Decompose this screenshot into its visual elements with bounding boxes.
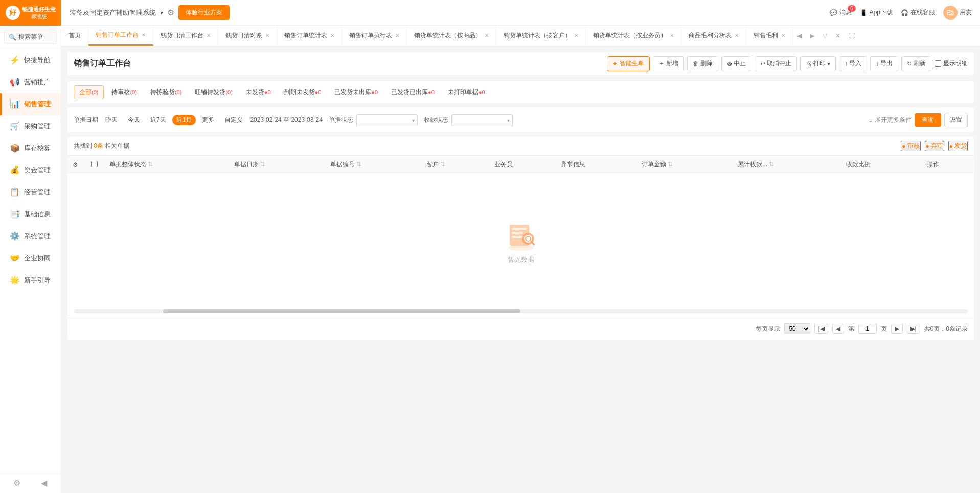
date-custom[interactable]: 自定义 [220,115,247,125]
filter-tab-list: 全部(0) 待审核(0) 待拣验货(0) 旺铺待发货(0) 未发货●0 到期未发… [74,85,968,99]
sidebar-item-finance[interactable]: 💰 资金管理 [0,159,61,181]
online-service-button[interactable]: 🎧 在线客服 [901,8,935,17]
status-select-wrapper [356,114,418,126]
sidebar-item-basic-info[interactable]: 📑 基础信息 [0,203,61,225]
tab-close-sales-order[interactable]: ✕ [142,32,146,38]
tab-close-by-customer[interactable]: ✕ [574,33,578,38]
filter-tab-wangpu-ship[interactable]: 旺铺待发货(0) [189,85,238,99]
tab-sales-exec[interactable]: 销售订单执行表 ✕ [342,26,407,45]
first-page-button[interactable]: |◀ [814,324,828,334]
filter-tab-all[interactable]: 全部(0) [74,85,104,99]
tab-margin-analysis[interactable]: 商品毛利分析表 ✕ [681,26,746,45]
tab-sales-by-customer[interactable]: 销货单统计表（按客户） ✕ [496,26,586,45]
refresh-button[interactable]: ↻ 刷新 [901,56,931,71]
ship-button[interactable]: ● 发货 [948,141,968,151]
tab-list-btn[interactable]: ▽ [818,28,831,43]
status-select[interactable] [356,114,418,126]
filter-tab-pending-inspect[interactable]: 待拣验货(0) [145,85,187,99]
filter-tab-shipped-out[interactable]: 已发货已出库●0 [385,85,440,99]
filter-tab-not-shipped[interactable]: 未发货●0 [240,85,277,99]
export-button[interactable]: ↓ 导出 [870,56,898,71]
show-detail-checkbox[interactable]: 显示明细 [935,59,968,68]
app-download-button[interactable]: 📱 App下载 [860,8,893,17]
ai-generate-button[interactable]: ✦ 智能生单 [607,56,650,71]
next-page-button[interactable]: ▶ [891,324,903,334]
tab-maximize-btn[interactable]: ⛶ [845,28,859,43]
show-detail-input[interactable] [935,60,941,67]
page-content: 销售订单工作台 ✦ 智能生单 ＋ 新增 🗑 删除 ⊗ [61,46,980,493]
search-menu-button[interactable]: 🔍 搜索菜单 [4,30,57,44]
tab-close-by-staff[interactable]: ✕ [670,33,674,38]
date-7days[interactable]: 近7天 [146,115,170,125]
th-abnormal: 异常信息 [556,156,636,173]
sidebar-footer: ⚙ ◀ [0,473,61,493]
tab-sales-stats[interactable]: 销售订单统计表 ✕ [277,26,342,45]
search-button[interactable]: 查询 [915,113,941,127]
sidebar-item-sales[interactable]: 📊 销售管理 [0,93,61,115]
empty-row: 暂无数据 [67,173,974,306]
tab-sales-by-staff[interactable]: 销货单统计表（按业务员） ✕ [586,26,681,45]
sidebar-item-operations[interactable]: 📋 经营管理 [0,181,61,203]
page-input[interactable] [858,324,877,334]
sidebar-item-system[interactable]: ⚙️ 系统管理 [0,225,61,247]
add-button[interactable]: ＋ 新增 [653,56,684,71]
filter-tab-overdue-not-shipped[interactable]: 到期未发货●0 [279,85,327,99]
settings-footer-button[interactable]: ⚙ [5,478,29,488]
sidebar-item-purchase[interactable]: 🛒 采购管理 [0,115,61,137]
date-today[interactable]: 今天 [124,115,144,125]
import-button[interactable]: ↑ 导入 [839,56,867,71]
date-label: 单据日期 [74,116,98,124]
audit-button[interactable]: ● 审核 [901,141,920,151]
audit-icon: ● [902,143,905,150]
user-menu[interactable]: Ea 用友 [943,6,972,20]
sidebar-item-enterprise[interactable]: 🤝 企业协同 [0,247,61,269]
message-button[interactable]: 💬 消息 6 [830,8,852,17]
collapse-sidebar-button[interactable]: ◀ [33,478,56,488]
tab-close-sales-margin[interactable]: ✕ [781,33,785,38]
tab-close-margin[interactable]: ✕ [735,33,739,38]
tab-daily-clear[interactable]: 钱货日清工作台 ✕ [153,26,218,45]
expand-conditions-button[interactable]: ⌄ 展开更多条件 [868,116,911,124]
industry-solution-button[interactable]: 体验行业方案 [178,5,230,20]
filter-tab-shipped-not-out[interactable]: 已发货未出库●0 [329,85,383,99]
tab-sales-margin[interactable]: 销售毛利 ✕ [746,26,793,45]
date-more[interactable]: 更多 [198,115,218,125]
tab-close-daily-clear[interactable]: ✕ [207,33,211,38]
tab-sales-order-workbench[interactable]: 销售订单工作台 ✕ [88,26,153,46]
horizontal-scrollbar[interactable] [74,309,968,313]
table-header: ⚙ 单据整体状态⇅ 单据日期⇅ 单据编号⇅ 客户⇅ 业务员 异常信息 订单金额⇅… [67,156,974,173]
tab-home[interactable]: 首页 [61,26,88,45]
filter-tab-pending-review[interactable]: 待审核(0) [106,85,142,99]
sidebar-item-inventory[interactable]: 📦 库存核算 [0,137,61,159]
tab-close-reconcile[interactable]: ✕ [265,33,269,38]
sidebar-item-quick-nav[interactable]: ⚡ 快捷导航 [0,49,61,71]
tab-nav-next[interactable]: ▶ [806,28,818,43]
select-all-checkbox[interactable] [91,161,98,167]
revoke-button[interactable]: ● 弃审 [925,141,944,151]
stop-button[interactable]: ⊗ 中止 [721,56,751,71]
tab-reconcile[interactable]: 钱货日清对账 ✕ [218,26,277,45]
sidebar-item-marketing[interactable]: 📢 营销推广 [0,71,61,93]
print-button[interactable]: 🖨 打印 ▾ [800,56,836,71]
payment-select[interactable] [451,114,513,126]
settings-icon[interactable]: ⚙ [167,8,174,17]
prev-page-button[interactable]: ◀ [832,324,844,334]
scrollbar-thumb[interactable] [163,309,521,313]
filter-tab-not-printed[interactable]: 未打印单据●0 [442,85,491,99]
delete-icon: 🗑 [693,60,699,68]
last-page-button[interactable]: ▶| [907,324,920,334]
tab-close-all-btn[interactable]: ✕ [831,28,845,43]
tab-close-sales-stats[interactable]: ✕ [330,33,334,38]
tab-nav-prev[interactable]: ◀ [793,28,806,43]
cancel-stop-button[interactable]: ↩ 取消中止 [755,56,797,71]
date-yesterday[interactable]: 昨天 [101,115,122,125]
per-page-select[interactable]: 50 100 200 [784,323,810,334]
delete-button[interactable]: 🗑 删除 [687,56,718,71]
sidebar-item-newbie[interactable]: 🌟 新手引导 [0,269,61,291]
search-setting-button[interactable]: 设置 [944,113,968,127]
tab-sales-by-product[interactable]: 销货单统计表（按商品） ✕ [407,26,496,45]
date-1month[interactable]: 近1月 [172,115,196,125]
tab-close-sales-exec[interactable]: ✕ [395,33,399,38]
tab-close-by-product[interactable]: ✕ [485,33,489,38]
system-dropdown-button[interactable]: ▾ [160,9,163,16]
